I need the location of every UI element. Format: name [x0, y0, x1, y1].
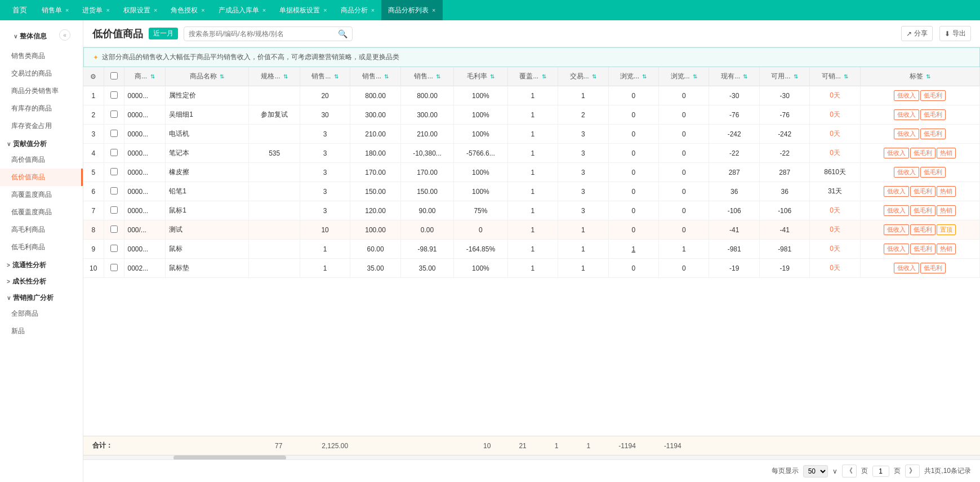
search-icon[interactable]: 🔍 — [338, 29, 348, 38]
name-column-header[interactable]: 商品名称 ⇅ — [166, 67, 249, 86]
row-select-checkbox[interactable] — [110, 225, 118, 233]
tag-badge[interactable]: 低毛利 — [910, 186, 936, 197]
sidebar-item-high-profit[interactable]: 高毛利商品 — [0, 221, 83, 238]
last-page-button[interactable]: 》 — [905, 465, 920, 477]
sidebar-item-new-products[interactable]: 新品 — [0, 322, 83, 340]
tag-badge[interactable]: 低收入 — [884, 244, 909, 254]
gross-margin-column-header[interactable]: 毛利率 ⇅ — [454, 67, 507, 86]
row-checkbox[interactable] — [104, 240, 124, 259]
tag-badge[interactable]: 低收入 — [894, 129, 919, 139]
sidebar-collapse-button[interactable]: « — [59, 29, 70, 41]
tag-badge[interactable]: 低毛利 — [910, 148, 936, 158]
browse1-column-header[interactable]: 浏览... ⇅ — [608, 67, 658, 86]
row-checkbox[interactable] — [104, 125, 124, 144]
tag-badge[interactable]: 热销 — [937, 244, 956, 254]
tag-badge[interactable]: 热销 — [937, 186, 956, 197]
tag-badge[interactable]: 低收入 — [894, 263, 919, 273]
available-column-header[interactable]: 可用... ⇅ — [759, 67, 809, 86]
sidebar-item-sales-products[interactable]: 销售类商品 — [0, 47, 83, 65]
page-size-select[interactable]: 50 — [803, 465, 828, 477]
sidebar-item-high-coverage[interactable]: 高覆盖度商品 — [0, 186, 83, 204]
nav-tab-purchase[interactable]: 进货单 × — [75, 0, 116, 20]
select-all-checkbox[interactable] — [110, 72, 118, 79]
close-icon[interactable]: × — [154, 7, 157, 14]
sidebar-item-category-sales-rate[interactable]: 商品分类销售率 — [0, 82, 83, 100]
row-checkbox[interactable] — [104, 105, 124, 125]
row-select-checkbox[interactable] — [110, 149, 118, 156]
nav-tab-permissions[interactable]: 权限设置 × — [117, 0, 164, 20]
row-select-checkbox[interactable] — [110, 245, 118, 252]
close-icon[interactable]: × — [432, 7, 435, 14]
row-checkbox[interactable] — [104, 86, 124, 105]
coverage-column-header[interactable]: 覆盖... ⇅ — [507, 67, 558, 86]
tag-badge[interactable]: 低毛利 — [920, 167, 946, 178]
close-icon[interactable]: × — [65, 7, 69, 14]
sales-price-column-header[interactable]: 销售... ⇅ — [350, 67, 400, 86]
export-button[interactable]: ⬇ 导出 — [939, 26, 971, 41]
horizontal-scrollbar[interactable] — [83, 455, 980, 459]
tag-badge[interactable]: 低毛利 — [920, 90, 946, 101]
row-checkbox[interactable] — [104, 220, 124, 240]
tag-badge[interactable]: 低收入 — [884, 148, 909, 158]
checkbox-column-header[interactable] — [104, 67, 124, 86]
row-select-checkbox[interactable] — [110, 264, 118, 271]
sales-qty-column-header[interactable]: 销售... ⇅ — [300, 67, 350, 86]
row-select-checkbox[interactable] — [110, 130, 118, 137]
share-button[interactable]: ↗ 分享 — [901, 26, 933, 41]
row-select-checkbox[interactable] — [110, 110, 118, 118]
row-select-checkbox[interactable] — [110, 187, 118, 194]
close-icon[interactable]: × — [323, 7, 327, 14]
sidebar-group-circulation[interactable]: > 流通性分析 — [0, 256, 83, 272]
close-icon[interactable]: × — [201, 7, 204, 14]
saleable-column-header[interactable]: 可销... ⇅ — [810, 67, 860, 86]
search-input[interactable] — [189, 30, 336, 38]
row-select-checkbox[interactable] — [110, 206, 118, 214]
close-icon[interactable]: × — [371, 7, 375, 14]
tag-badge[interactable]: 低毛利 — [920, 263, 946, 273]
sales-income-column-header[interactable]: 销售... ⇅ — [400, 67, 453, 86]
current-column-header[interactable]: 现有... ⇅ — [709, 67, 759, 86]
tag-badge[interactable]: 低毛利 — [920, 129, 946, 139]
sidebar-item-low-value[interactable]: 低价值商品 — [0, 169, 83, 186]
nav-tab-product-analysis-list[interactable]: 商品分析列表 × — [381, 0, 442, 20]
time-badge[interactable]: 近一月 — [149, 28, 178, 39]
nav-tab-sales[interactable]: 销售单 × — [35, 0, 75, 20]
tag-badge[interactable]: 低收入 — [894, 109, 919, 120]
row-select-checkbox[interactable] — [110, 91, 118, 99]
tag-badge[interactable]: 置顶 — [937, 224, 956, 235]
nav-tab-templates[interactable]: 单据模板设置 × — [273, 0, 333, 20]
sidebar-group-growth[interactable]: > 成长性分析 — [0, 272, 83, 289]
tag-badge[interactable]: 低毛利 — [910, 244, 936, 254]
browse2-column-header[interactable]: 浏览... ⇅ — [659, 67, 709, 86]
row-checkbox[interactable] — [104, 144, 124, 163]
row-checkbox[interactable] — [104, 259, 124, 278]
row-checkbox[interactable] — [104, 182, 124, 201]
tag-badge[interactable]: 低收入 — [884, 224, 909, 235]
tag-badge[interactable]: 低收入 — [894, 167, 919, 178]
code-column-header[interactable]: 商... ⇅ — [124, 67, 166, 86]
nav-tab-products-in[interactable]: 产成品入库单 × — [212, 0, 273, 20]
sidebar-item-inventory-funds[interactable]: 库存资金占用 — [0, 117, 83, 135]
row-checkbox[interactable] — [104, 163, 124, 182]
sidebar-item-stocked-products[interactable]: 有库存的商品 — [0, 100, 83, 117]
sidebar-item-all-products[interactable]: 全部商品 — [0, 305, 83, 322]
tag-badge[interactable]: 热销 — [937, 148, 956, 158]
row-select-checkbox[interactable] — [110, 168, 118, 175]
sidebar-item-low-coverage[interactable]: 低覆盖度商品 — [0, 204, 83, 221]
tag-badge[interactable]: 低收入 — [884, 186, 909, 197]
close-icon[interactable]: × — [106, 7, 109, 14]
row-checkbox[interactable] — [104, 201, 124, 220]
tag-badge[interactable]: 低毛利 — [920, 109, 946, 120]
spec-column-header[interactable]: 规格... ⇅ — [249, 67, 300, 86]
nav-tab-product-analysis[interactable]: 商品分析 × — [334, 0, 381, 20]
tags-column-header[interactable]: 标签 ⇅ — [860, 67, 979, 86]
sidebar-item-traded-products[interactable]: 交易过的商品 — [0, 65, 83, 82]
sidebar-item-high-value[interactable]: 高价值商品 — [0, 151, 83, 169]
tag-badge[interactable]: 热销 — [937, 205, 956, 216]
close-icon[interactable]: × — [262, 7, 266, 14]
page-number-input[interactable] — [872, 466, 889, 477]
transaction-column-header[interactable]: 交易... ⇅ — [558, 67, 608, 86]
sidebar-item-low-profit[interactable]: 低毛利商品 — [0, 238, 83, 256]
tag-badge[interactable]: 低收入 — [894, 90, 919, 101]
tag-badge[interactable]: 低毛利 — [910, 205, 936, 216]
